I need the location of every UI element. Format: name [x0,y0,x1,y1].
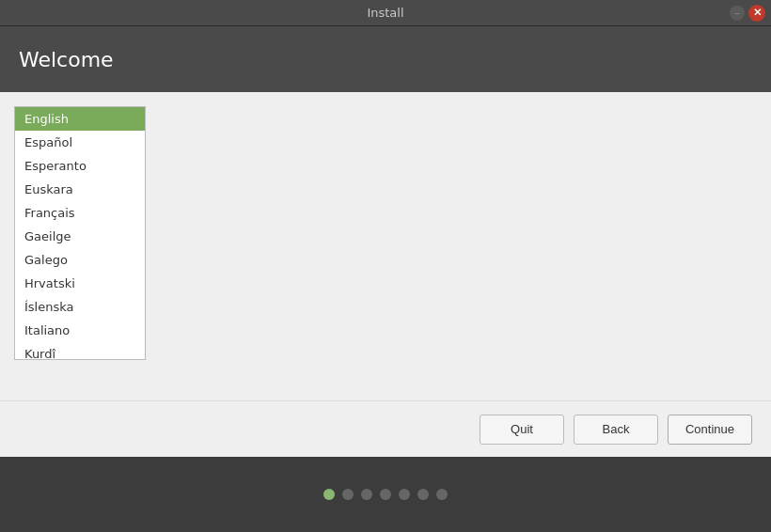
titlebar: Install – ✕ [0,0,771,26]
language-item[interactable]: Italiano [15,319,145,342]
progress-dot [399,489,410,500]
language-list[interactable]: EnglishEspañolEsperantoEuskaraFrançaisGa… [14,106,146,360]
close-button[interactable]: ✕ [748,5,765,22]
titlebar-title: Install [367,6,403,20]
progress-dot [436,489,448,500]
button-bar: Quit Back Continue [0,400,771,457]
progress-dot [380,489,391,500]
quit-button[interactable]: Quit [480,415,564,445]
language-item[interactable]: Hrvatski [15,272,145,295]
titlebar-controls: – ✕ [730,5,765,22]
language-item[interactable]: Español [15,131,145,154]
minimize-button[interactable]: – [730,6,745,21]
language-item[interactable]: Euskara [15,178,145,201]
language-item[interactable]: Íslenska [15,295,145,319]
progress-dot [361,489,372,500]
content-area: EnglishEspañolEsperantoEuskaraFrançaisGa… [0,92,771,400]
page-title: Welcome [19,48,114,71]
progress-bar [0,457,771,532]
language-item[interactable]: Gaeilge [15,225,145,248]
progress-dot [323,489,335,500]
language-item[interactable]: Galego [15,248,145,272]
language-item[interactable]: Français [15,201,145,225]
language-item[interactable]: Kurdî [15,342,145,360]
install-window: Welcome EnglishEspañolEsperantoEuskaraFr… [0,26,771,457]
window-header: Welcome [0,26,771,92]
back-button[interactable]: Back [574,415,658,445]
language-item[interactable]: Esperanto [15,154,145,178]
language-item[interactable]: English [15,107,145,131]
progress-dot [417,489,429,500]
progress-dot [342,489,354,500]
continue-button[interactable]: Continue [668,415,752,445]
